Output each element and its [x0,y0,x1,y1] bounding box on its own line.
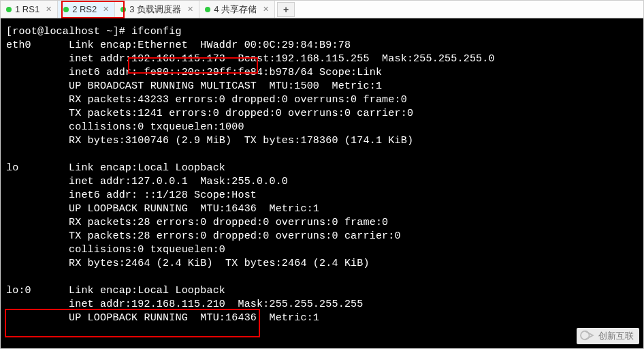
plus-icon: + [283,4,289,15]
terminal-line: inet addr:192.168.115.210 Mask:255.255.2… [6,299,363,310]
tab-label: 4 共享存储 [214,3,257,16]
watermark-text: 创新互联 [598,331,634,341]
terminal-line: TX packets:28 errors:0 dropped:0 overrun… [6,230,401,242]
terminal-line: inet6 addr: fe80::20c:29ff:fe84:b978/64 … [6,67,382,78]
tab-bar: 1 RS1 ✕ 2 RS2 ✕ 3 负载调度器 ✕ 4 共享存储 ✕ + [1,1,643,18]
tab-shared-storage[interactable]: 4 共享存储 ✕ [199,1,275,18]
terminal-line: UP BROADCAST RUNNING MULTICAST MTU:1500 … [6,80,382,92]
status-dot-icon [205,7,210,12]
command: ifconfig [131,26,182,37]
terminal-line: collisions:0 txqueuelen:0 [6,244,225,256]
close-icon[interactable]: ✕ [184,5,193,14]
tab-load-balancer[interactable]: 3 负载调度器 ✕ [115,1,199,18]
terminal-line: lo Link encap:Local Loopback [6,162,225,174]
tab-rs1[interactable]: 1 RS1 ✕ [1,1,58,18]
terminal-line: RX packets:28 errors:0 dropped:0 overrun… [6,217,388,228]
tab-label: 1 RS1 [15,4,39,14]
terminal-line: eth0 Link encap:Ethernet HWaddr 00:0C:29… [6,40,351,51]
status-dot-icon [6,7,12,12]
status-dot-icon [63,7,69,12]
terminal-output[interactable]: [root@localhost ~]# ifconfig eth0 Link e… [1,18,643,325]
tab-label: 2 RS2 [72,4,97,14]
terminal-line: RX bytes:3100746 (2.9 MiB) TX bytes:1783… [6,135,413,147]
terminal-line: TX packets:1241 errors:0 dropped:0 overr… [6,108,413,119]
watermark: 创新互联 [577,328,639,344]
close-icon[interactable]: ✕ [260,5,269,14]
prompt: [root@localhost ~]# [6,26,131,37]
tab-rs2[interactable]: 2 RS2 ✕ [58,1,115,18]
terminal-line: inet addr:192.168.115.173 Bcast:192.168.… [6,53,495,65]
terminal-line: UP LOOPBACK RUNNING MTU:16436 Metric:1 [6,203,319,215]
logo-icon [579,329,594,342]
terminal-line: inet addr:127.0.0.1 Mask:255.0.0.0 [6,176,288,187]
terminal-line: lo:0 Link encap:Local Loopback [6,285,225,297]
terminal-line: RX packets:43233 errors:0 dropped:0 over… [6,94,407,106]
add-tab-button[interactable]: + [277,2,295,17]
terminal-line: inet6 addr: ::1/128 Scope:Host [6,189,257,201]
terminal-line: collisions:0 txqueuelen:1000 [6,121,244,133]
tab-label: 3 负载调度器 [129,3,181,16]
status-dot-icon [120,7,126,12]
terminal-line: RX bytes:2464 (2.4 KiB) TX bytes:2464 (2… [6,258,370,269]
terminal-line: UP LOOPBACK RUNNING MTU:16436 Metric:1 [6,312,319,324]
close-icon[interactable]: ✕ [43,5,52,14]
close-icon[interactable]: ✕ [100,5,109,14]
